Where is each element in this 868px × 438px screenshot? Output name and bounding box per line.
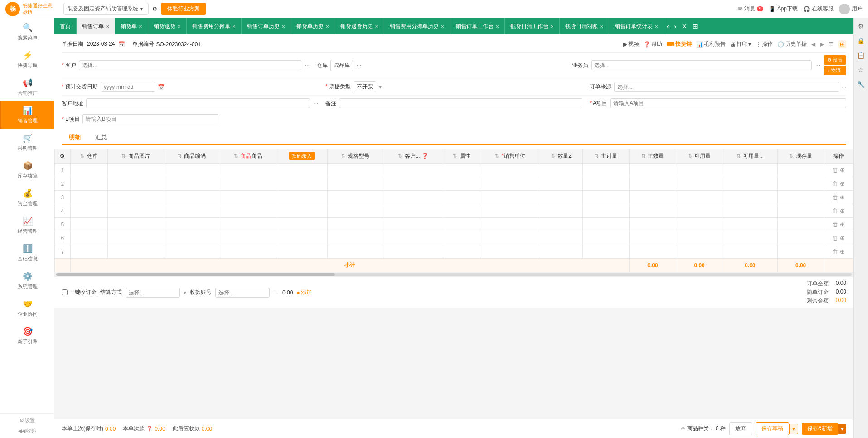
close-icon-tab3[interactable]: ✕ (177, 24, 181, 29)
sort-icon-stock[interactable]: ⇅ (789, 153, 793, 159)
tab-daily-workbench[interactable]: 钱货日清工作台 ✕ (505, 18, 560, 34)
row2-code[interactable] (164, 177, 220, 191)
row7-copy-icon[interactable]: ⊕ (840, 248, 845, 255)
row1-delete-icon[interactable]: 🗑 (832, 167, 838, 173)
right-panel-clipboard-icon[interactable]: 📋 (855, 49, 868, 62)
row4-spec[interactable] (327, 204, 383, 218)
row1-product[interactable] (220, 164, 276, 177)
discard-button[interactable]: 放弃 (729, 422, 752, 435)
row5-qty2[interactable] (540, 218, 583, 231)
row4-customer-code[interactable] (383, 204, 443, 218)
row4-main-qty[interactable] (629, 204, 676, 218)
payment-method-input[interactable] (126, 288, 180, 298)
payment-method-chevron-icon[interactable]: ▾ (184, 289, 186, 296)
row4-code[interactable] (164, 204, 220, 218)
system-selector[interactable]: 装备及固定资产辅助管理系统 ▾ (63, 3, 149, 15)
row3-product[interactable] (220, 191, 276, 204)
b-project-input[interactable] (82, 114, 218, 124)
row2-customer-code[interactable] (383, 177, 443, 191)
user-area[interactable]: 用户 (839, 4, 863, 14)
next-record-btn[interactable]: ▶ (820, 41, 824, 48)
video-action[interactable]: ▶ 视频 (623, 40, 639, 48)
online-service-link[interactable]: 🎧 在线客服 (803, 5, 834, 13)
tab-sales-slip[interactable]: 销货单 ✕ (115, 18, 148, 34)
sidebar-collapse-btn[interactable]: ◀◀ 收起 (18, 428, 36, 434)
row1-code[interactable] (164, 164, 220, 177)
row1-copy-icon[interactable]: ⊕ (840, 167, 845, 173)
operations-action[interactable]: ⋮ 操作 (756, 40, 773, 48)
scrollbar-thumb[interactable] (56, 273, 335, 276)
sidebar-item-sales[interactable]: 📊 销售管理 (0, 101, 54, 129)
sort-icon-image[interactable]: ⇅ (121, 153, 126, 159)
row7-warehouse[interactable] (70, 245, 107, 259)
customer-input[interactable] (79, 60, 301, 70)
row6-customer-code[interactable] (383, 231, 443, 245)
print-action[interactable]: 🖨 打印 ▾ (730, 40, 751, 48)
row2-unit[interactable] (480, 177, 540, 191)
account-more-icon[interactable]: ··· (274, 289, 279, 296)
customer-more-icon[interactable]: ··· (305, 62, 310, 68)
row6-main-qty[interactable] (629, 231, 676, 245)
tab-summary[interactable]: 汇总 (88, 130, 114, 145)
right-panel-settings-icon[interactable]: ⚙ (855, 20, 868, 33)
sidebar-item-inventory[interactable]: 📦 库存核算 (0, 156, 54, 184)
calendar-icon[interactable]: 📅 (118, 41, 125, 48)
row2-warehouse[interactable] (70, 177, 107, 191)
tab-more-btn[interactable]: ⊞ (690, 23, 701, 30)
prev-record-btn[interactable]: ◀ (811, 41, 815, 48)
tab-home[interactable]: 首页 (54, 18, 77, 34)
close-icon-tab11[interactable]: ✕ (600, 24, 603, 29)
save-draft-button[interactable]: 保存草稿 (756, 422, 789, 435)
delivery-date-input[interactable] (101, 82, 155, 92)
row5-copy-icon[interactable]: ⊕ (840, 221, 845, 228)
account-input[interactable] (215, 288, 270, 298)
one-click-checkbox[interactable] (62, 289, 68, 295)
tab-sales-expense[interactable]: 销售费用分摊单 ✕ (187, 18, 242, 34)
row3-spec[interactable] (327, 191, 383, 204)
row5-warehouse[interactable] (70, 218, 107, 231)
tab-sales-return[interactable]: 销货退货 ✕ (148, 18, 187, 34)
sort-icon-product[interactable]: ⇅ (234, 153, 238, 159)
address-more-icon[interactable]: ··· (314, 100, 318, 106)
row2-attr[interactable] (443, 177, 480, 191)
row5-product[interactable] (220, 218, 276, 231)
row5-unit[interactable] (480, 218, 540, 231)
right-panel-star-icon[interactable]: ☆ (855, 63, 868, 76)
row2-main-qty[interactable] (629, 177, 676, 191)
row5-customer-code[interactable] (383, 218, 443, 231)
th-settings[interactable]: ⚙ (55, 149, 71, 164)
sidebar-item-marketing[interactable]: 📢 营销推广 (0, 73, 54, 101)
row7-code[interactable] (164, 245, 220, 259)
row1-customer-code[interactable] (383, 164, 443, 177)
help-action[interactable]: ❓ 帮助 (644, 40, 662, 48)
list-view-icon[interactable]: ☰ (829, 41, 834, 48)
row6-attr[interactable] (443, 231, 480, 245)
scan-button[interactable]: 扫码录入 (289, 152, 315, 160)
grid-view-icon[interactable]: ⊞ (838, 40, 846, 48)
sort-icon-unit[interactable]: ⇅ (495, 153, 499, 159)
tab-sales-order-history[interactable]: 销售订单历史 ✕ (242, 18, 291, 34)
salesman-more-icon[interactable]: ··· (815, 62, 820, 68)
row6-code[interactable] (164, 231, 220, 245)
row6-product[interactable] (220, 231, 276, 245)
sidebar-item-basic[interactable]: ℹ️ 基础信息 (0, 239, 54, 267)
sidebar-item-newbie[interactable]: 🎯 新手引导 (0, 322, 54, 350)
row7-qty2[interactable] (540, 245, 583, 259)
row3-unit[interactable] (480, 191, 540, 204)
tab-expense-history[interactable]: 销售费用分摊单历史 ✕ (384, 18, 450, 34)
row3-attr[interactable] (443, 191, 480, 204)
shortcut-action[interactable]: ⌨ 快捷键 (667, 40, 692, 48)
row4-unit[interactable] (480, 204, 540, 218)
settings-quick-btn[interactable]: ⚙ 设置 (824, 55, 846, 65)
sort-icon-main-qty[interactable]: ⇅ (641, 153, 645, 159)
sidebar-settings-btn[interactable]: ⚙ 设置 (19, 417, 35, 424)
row5-delete-icon[interactable]: 🗑 (832, 221, 838, 228)
save-new-chevron-icon[interactable]: ▾ (838, 424, 846, 434)
row1-attr[interactable] (443, 164, 480, 177)
sort-icon-main-unit[interactable]: ⇅ (595, 153, 599, 159)
row5-attr[interactable] (443, 218, 480, 231)
customer-address-input[interactable] (86, 98, 310, 108)
sidebar-item-enterprise[interactable]: 🤝 企业协同 (0, 294, 54, 322)
sort-icon-customer[interactable]: ⇅ (398, 153, 402, 159)
row5-main-qty[interactable] (629, 218, 676, 231)
